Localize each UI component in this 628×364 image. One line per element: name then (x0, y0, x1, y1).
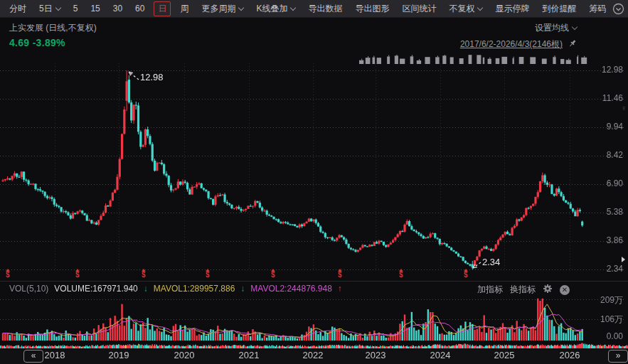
year-label: 2026 (560, 350, 580, 360)
chart-event-icons (358, 55, 592, 65)
price-axis-label: 6.90 (589, 178, 623, 188)
toolbar-item-更多周期[interactable]: 更多周期 (195, 3, 250, 15)
toolbar-icons (612, 3, 628, 15)
mavol2-up-arrow: ↑ (338, 284, 342, 294)
toolbar-item-筹码[interactable]: 筹码 (582, 3, 612, 15)
toolbar-item-60[interactable]: 60 (129, 4, 151, 14)
dividend-marker[interactable]: $ (336, 269, 344, 279)
year-label: 2020 (174, 350, 195, 360)
pane-drag-handle[interactable]: ⠿ (622, 107, 627, 119)
chevron-down-icon (55, 4, 60, 10)
chart-navigator-strip[interactable] (0, 343, 628, 348)
gear-icon[interactable] (543, 284, 553, 296)
year-label: 2025 (494, 350, 515, 360)
dividend-marker[interactable]: $ (139, 269, 148, 279)
toolbar-item-K线叠加[interactable]: K线叠加 (250, 3, 302, 15)
mavol1-value: MAVOL1:289957.886 (154, 284, 235, 294)
year-label: 2023 (366, 350, 386, 360)
year-label: 2022 (303, 350, 324, 360)
price-axis-label: 2.34 (589, 264, 623, 274)
toolbar-item-日[interactable]: 日 (154, 1, 171, 16)
price-axis-label: 9.94 (589, 122, 623, 132)
volume-axis-label: 0.00 (589, 331, 623, 341)
date-range-link[interactable]: 2017/6/2-2026/4/3(2146根) (460, 38, 563, 50)
toolbar-item-到价提醒[interactable]: 到价提醒 (536, 3, 582, 15)
volume-axis-label: 106万 (589, 314, 623, 326)
add-indicator-button[interactable]: 加指标 (477, 284, 503, 296)
dividend-marker[interactable]: $ (269, 269, 277, 279)
close-icon[interactable]: ✕ (560, 285, 570, 295)
history-clock-icon[interactable] (612, 3, 624, 15)
last-price-and-change: 4.69 -3.89% (9, 37, 65, 48)
year-label: 2019 (109, 350, 129, 360)
mavol1-down-arrow: ↓ (240, 284, 245, 294)
volume-down-arrow: ↓ (144, 284, 148, 294)
chevron-down-icon (238, 4, 244, 10)
price-axis-label: 5.38 (589, 207, 623, 217)
year-label: 2024 (430, 350, 451, 360)
toolbar-item-区间统计[interactable]: 区间统计 (395, 3, 442, 15)
candlestick-chart[interactable] (0, 53, 628, 281)
chevron-down-icon (572, 24, 578, 30)
toolbar-item-5[interactable]: 5 (67, 4, 85, 14)
scroll-left-button[interactable]: « (23, 350, 43, 363)
volume-pane-controls: 加指标 换指标 ✕ (477, 284, 570, 296)
stock-chart-window: 分时5日5153060日周更多周期K线叠加导出数据导出图形区间统计不复权显示停牌… (0, 0, 628, 364)
volume-value: VOLUME:167971.940 (54, 284, 137, 294)
pane-separator (0, 281, 628, 282)
volume-indicator-header: VOL(5,10) VOLUME:167971.940 ↓ MAVOL1:289… (9, 284, 342, 294)
chevron-down-icon (290, 4, 296, 10)
toolbar-item-30[interactable]: 30 (107, 4, 129, 14)
dividend-marker[interactable]: $ (4, 269, 12, 279)
dividend-marker[interactable]: $ (397, 269, 405, 279)
price-axis-label: 3.86 (589, 235, 623, 245)
last-price: 4.69 (9, 37, 29, 48)
toolbar-item-显示停牌[interactable]: 显示停牌 (489, 3, 536, 15)
toolbar-item-15[interactable]: 15 (84, 4, 106, 14)
toolbar-item-导出图形[interactable]: 导出图形 (348, 3, 395, 15)
chevron-down-icon (477, 4, 483, 10)
vol-indicator-label[interactable]: VOL(5,10) (9, 284, 48, 294)
mavol2-value: MAVOL2:244876.948 (250, 284, 332, 294)
price-axis-label: 8.42 (589, 150, 623, 160)
expand-right-arrow[interactable] (622, 257, 625, 262)
dividend-marker[interactable]: $ (462, 269, 470, 279)
toolbar-item-周[interactable]: 周 (174, 3, 195, 15)
toolbar-item-不复权[interactable]: 不复权 (442, 3, 489, 15)
symbol-title: 上实发展 (日线,不复权) (9, 22, 97, 34)
toolbar-item-分时[interactable]: 分时 (3, 3, 33, 15)
pin-icon[interactable] (568, 38, 577, 51)
volume-chart[interactable] (0, 295, 628, 342)
change-percent: -3.89% (33, 37, 65, 48)
switch-indicator-button[interactable]: 换指标 (510, 284, 536, 296)
price-axis-label: 12.98 (589, 65, 623, 75)
toolbar-item-5日[interactable]: 5日 (33, 3, 67, 15)
ma-settings-dropdown[interactable]: 设置均线 (535, 22, 577, 34)
top-toolbar: 分时5日5153060日周更多周期K线叠加导出数据导出图形区间统计不复权显示停牌… (0, 0, 628, 18)
dividend-marker[interactable]: $ (73, 269, 82, 279)
toolbar-items: 分时5日5153060日周更多周期K线叠加导出数据导出图形区间统计不复权显示停牌… (3, 1, 612, 16)
scroll-right-button[interactable]: » (608, 350, 628, 363)
volume-axis-label: 209万 (589, 294, 623, 306)
year-label: 2018 (45, 350, 65, 360)
toolbar-item-导出数据[interactable]: 导出数据 (302, 3, 348, 15)
year-label: 2021 (239, 350, 260, 360)
price-axis-label: 11.46 (589, 93, 623, 103)
dividend-marker[interactable]: $ (203, 269, 212, 279)
